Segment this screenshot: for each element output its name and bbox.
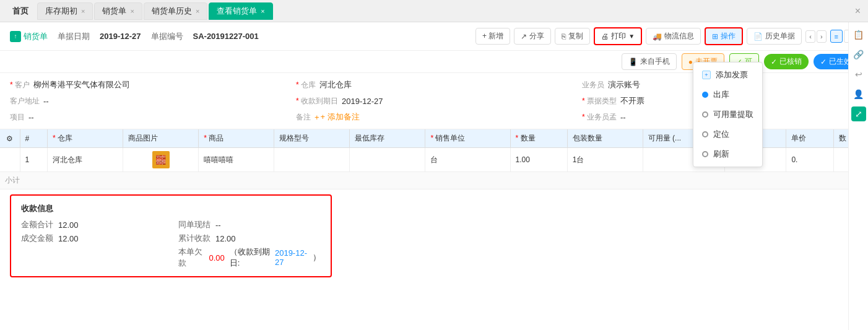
dropdown-locate[interactable]: 定位: [693, 124, 762, 144]
operation-icon: ⊞: [712, 32, 718, 41]
warehouse-field: 仓库 河北仓库: [296, 79, 572, 90]
share-button-label: 分享: [529, 31, 544, 41]
print-button-label: 打印: [611, 31, 626, 41]
add-note-button[interactable]: + + 添加备注: [315, 111, 360, 123]
total-amount-value: 12.00: [58, 220, 79, 230]
balance-date: 2019-12-27: [275, 248, 308, 267]
cell-image: 🧱: [123, 148, 199, 172]
due-date-value: 2019-12-27: [342, 97, 383, 106]
copy-button-label: 复制: [568, 31, 583, 41]
warehouse-label: 仓库: [296, 80, 316, 90]
prev-button[interactable]: ‹: [805, 30, 815, 43]
logistics-button-label: 物流信息: [664, 31, 694, 41]
sidebar-icon-4[interactable]: 👤: [851, 87, 866, 102]
same-order-value: --: [215, 220, 221, 230]
add-invoice-label: 添加发票: [716, 69, 748, 80]
subtotal-row: 小计: [0, 172, 868, 189]
cell-actions: [0, 148, 20, 172]
refresh-icon: [702, 151, 708, 157]
col-seq: #: [20, 129, 47, 148]
payment-title: 收款信息: [21, 203, 321, 214]
dropdown-add-invoice[interactable]: + 添加发票: [693, 65, 762, 85]
tab-sales-order[interactable]: 销货单 ×: [94, 2, 142, 20]
balance-label: 本单欠款: [178, 246, 204, 269]
tab-sales-order-label: 销货单: [102, 6, 126, 17]
dropdown-refresh[interactable]: 刷新: [693, 144, 762, 164]
tab-view-sales[interactable]: 查看销货单 ×: [209, 2, 272, 20]
sidebar-icon-2[interactable]: 🔗: [851, 47, 866, 62]
address-value: --: [43, 97, 49, 106]
cumulative-label: 累计收款: [178, 233, 210, 244]
copy-button[interactable]: ⎘ 复制: [555, 28, 590, 45]
col-price: 单价: [786, 129, 834, 148]
window-close-button[interactable]: ×: [853, 3, 863, 19]
same-order-label: 同单现结: [178, 219, 210, 230]
payment-grid: 金额合计 12.00 同单现结 -- 成交金额 12.00 累计收款 12.00: [21, 219, 321, 269]
next-button[interactable]: ›: [817, 30, 827, 43]
add-invoice-icon: +: [702, 71, 711, 79]
transaction-value: 12.00: [58, 234, 79, 243]
print-icon: 🖨: [601, 32, 609, 41]
due-date-label: 收款到期日: [296, 96, 338, 106]
col-spec: 规格型号: [274, 129, 350, 148]
print-button[interactable]: 🖨 打印 ▼: [594, 27, 642, 45]
from-phone-button[interactable]: 📱 来自手机: [622, 53, 677, 70]
employee-label: 业务员: [582, 80, 604, 90]
cumulative-row: 累计收款 12.00: [178, 233, 321, 244]
operation-button[interactable]: ⊞ 操作: [705, 27, 743, 45]
plus-icon: +: [315, 113, 319, 122]
add-note-label: + 添加备注: [321, 111, 360, 123]
tab-inventory-init-close[interactable]: ×: [81, 7, 85, 15]
col-image: 商品图片: [123, 129, 199, 148]
tab-view-sales-close[interactable]: ×: [261, 7, 264, 15]
col-min-stock: 最低库存: [350, 129, 425, 148]
share-icon: ↗: [521, 32, 527, 41]
due-date-field: 收款到期日 2019-12-27: [296, 96, 572, 106]
tab-bar-right: ×: [853, 3, 863, 19]
tab-home[interactable]: 首页: [5, 2, 36, 20]
phone-icon: 📱: [628, 58, 638, 66]
history-icon: 📄: [753, 32, 763, 41]
sidebar-icon-5[interactable]: ⤢: [851, 106, 866, 121]
warehouse-value: 河北仓库: [319, 79, 352, 90]
tab-sales-order-close[interactable]: ×: [130, 7, 134, 15]
history-button[interactable]: 📄 历史单据: [747, 28, 802, 45]
doc-type-badge: ↑ 销货单: [10, 31, 48, 42]
tab-sales-history-close[interactable]: ×: [196, 7, 199, 15]
cancel-status-button[interactable]: ✓ 已核销: [764, 54, 809, 69]
tab-inventory-init[interactable]: 库存期初 ×: [37, 2, 93, 20]
cell-product: 嘻嘻嘻嘻: [199, 148, 274, 172]
customer-value: 柳州粤港平安气体有限公司: [33, 79, 130, 90]
doc-meta: 单据日期 2019-12-27 单据编号 SA-20191227-001: [58, 31, 259, 42]
ticket-type-label: 票据类型: [582, 96, 617, 106]
col-gear: ⚙: [0, 129, 20, 148]
tab-sales-history[interactable]: 销货单历史 ×: [144, 2, 207, 20]
balance-value: 0.00: [209, 253, 225, 263]
main-content: ↑ 销货单 单据日期 2019-12-27 单据编号 SA-20191227-0…: [0, 22, 868, 330]
locate-icon: [702, 131, 708, 137]
locate-label: 定位: [713, 129, 729, 140]
sidebar-icon-1[interactable]: 📋: [851, 27, 866, 42]
address-label: 客户地址: [10, 96, 40, 106]
new-button-label: + 新增: [482, 31, 503, 41]
dropdown-outbound[interactable]: 出库: [693, 85, 762, 105]
total-amount-label: 金额合计: [21, 219, 53, 230]
col-warehouse: * 仓库: [47, 129, 123, 148]
sidebar-icon-3[interactable]: ↩: [851, 67, 866, 82]
product-thumbnail: 🧱: [152, 151, 170, 168]
share-button[interactable]: ↗ 分享: [514, 28, 551, 45]
sales-employee-label: 业务员孟: [582, 112, 617, 123]
view-list-button[interactable]: ≡: [830, 30, 843, 43]
new-button[interactable]: + 新增: [475, 28, 510, 45]
check2-icon: ✓: [771, 58, 777, 66]
col-product: * 商品: [199, 129, 274, 148]
qty-extract-label: 可用量提取: [713, 109, 753, 120]
note-field: 备注 + + 添加备注: [296, 111, 572, 123]
logistics-button[interactable]: 🚚 物流信息: [646, 28, 701, 45]
transaction-label: 成交金额: [21, 233, 53, 244]
balance-end: ）: [313, 252, 321, 263]
dropdown-qty-extract[interactable]: 可用量提取: [693, 105, 762, 124]
cell-unit: 台: [425, 148, 510, 172]
col-pack: 包装数量: [567, 129, 643, 148]
cancel-status-label: 已核销: [779, 56, 802, 67]
